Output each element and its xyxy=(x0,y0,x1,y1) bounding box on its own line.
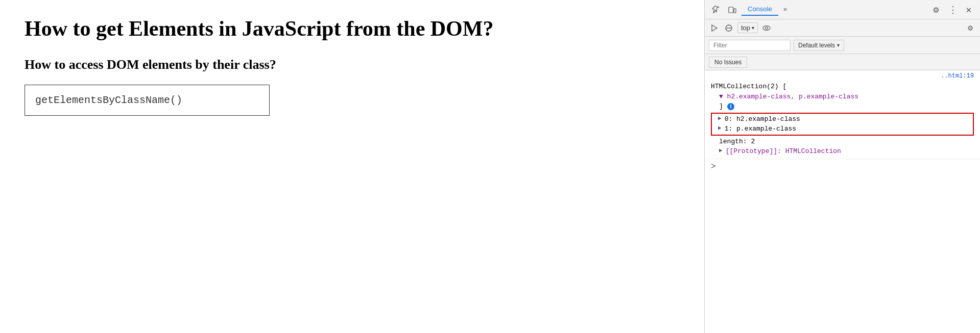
prototype-row[interactable]: [[Prototype]]: HTMLCollection xyxy=(711,146,974,157)
info-badge: i xyxy=(727,103,734,110)
html-collection-open: HTMLCollection(2) [ xyxy=(711,82,786,92)
device-toggle-button[interactable] xyxy=(725,3,739,17)
context-dropdown-arrow: ▾ xyxy=(752,25,754,31)
settings-icon[interactable]: ⚙ xyxy=(929,3,943,17)
run-script-button[interactable] xyxy=(709,22,720,34)
clear-console-button[interactable] xyxy=(723,22,734,34)
inspect-element-button[interactable] xyxy=(709,3,723,17)
main-content: How to get Elements in JavaScript from t… xyxy=(0,0,704,333)
svg-rect-1 xyxy=(734,9,736,13)
svg-point-6 xyxy=(766,27,768,29)
default-levels-button[interactable]: Default levels ▾ xyxy=(794,40,844,51)
devtools-topbar: Console » ⚙ ⋮ ✕ xyxy=(705,0,980,19)
tab-console[interactable]: Console xyxy=(742,3,778,16)
highlighted-items-box: 0: h2.example-class 1: p.example-class xyxy=(711,113,974,136)
html-collection-items: ▼ h2.example-class, p.example-class xyxy=(719,92,858,102)
console-output: ..html:19 HTMLCollection(2) [ ▼ h2.examp… xyxy=(705,70,980,333)
filter-input[interactable] xyxy=(709,40,791,51)
svg-point-5 xyxy=(763,25,770,30)
code-snippet: getElementsByClassName() xyxy=(25,85,270,116)
devtools-toolbar2: top ▾ ⚙ xyxy=(705,19,980,37)
no-issues-button[interactable]: No Issues xyxy=(709,57,747,68)
live-expressions-button[interactable] xyxy=(761,22,772,34)
devtools-panel: Console » ⚙ ⋮ ✕ top ▾ ⚙ Default levels ▾ xyxy=(704,0,980,333)
sub-heading: How to access DOM elements by their clas… xyxy=(25,57,680,72)
console-settings-icon[interactable]: ⚙ xyxy=(965,22,976,34)
html-collection-bracket: ] xyxy=(719,101,723,112)
console-prompt[interactable]: > xyxy=(705,159,980,174)
item-0-label: 0: h2.example-class xyxy=(725,114,800,124)
item-0-row[interactable]: 0: h2.example-class xyxy=(714,114,971,124)
item-0-expand-arrow[interactable] xyxy=(718,114,722,123)
prototype-label: [[Prototype]]: HTMLCollection xyxy=(726,146,841,157)
page-title: How to get Elements in JavaScript from t… xyxy=(25,16,680,41)
item-1-label: 1: p.example-class xyxy=(725,124,796,134)
context-selector[interactable]: top ▾ xyxy=(737,22,758,33)
context-label: top xyxy=(741,24,750,32)
length-label: length: 2 xyxy=(719,137,755,147)
more-options-icon[interactable]: ⋮ xyxy=(945,3,960,17)
more-tabs-button[interactable]: » xyxy=(780,4,791,15)
svg-marker-2 xyxy=(712,25,717,31)
html-reference: ..html:19 xyxy=(705,70,980,80)
item-1-expand-arrow[interactable] xyxy=(718,124,722,133)
svg-rect-0 xyxy=(729,7,733,13)
console-entry-main: HTMLCollection(2) [ ▼ h2.example-class, … xyxy=(705,80,980,159)
issues-row: No Issues xyxy=(705,54,980,70)
close-devtools-button[interactable]: ✕ xyxy=(962,3,976,17)
filter-row: Default levels ▾ xyxy=(705,37,980,54)
item-1-row[interactable]: 1: p.example-class xyxy=(714,124,971,134)
prototype-expand-arrow[interactable] xyxy=(719,146,723,155)
